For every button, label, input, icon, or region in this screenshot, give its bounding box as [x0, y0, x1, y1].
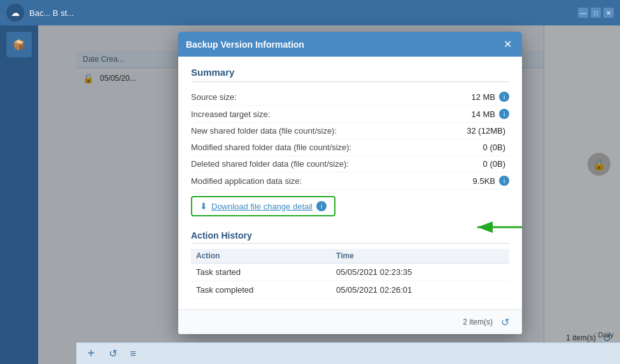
main-area: Date Crea... 🔒 05/05/20... 🔒 : Daily 1 i…: [38, 25, 620, 364]
sidebar: 📦: [0, 25, 38, 364]
app-window: ☁ Bac... B st... — □ ✕ 📦 Date Crea... 🔒 …: [0, 0, 620, 364]
info-row-modified-shared: Modified shared folder data (file count/…: [191, 139, 509, 156]
minimize-button[interactable]: —: [578, 8, 588, 18]
action-col-header: Action: [191, 249, 331, 263]
action-history-title: Action History: [191, 230, 509, 244]
download-info-icon[interactable]: i: [316, 201, 327, 211]
time-col-header: Time: [331, 249, 509, 263]
modal-titlebar: Backup Version Information ✕: [178, 32, 522, 57]
source-size-info-icon[interactable]: i: [499, 92, 509, 102]
bottom-icon-refresh[interactable]: ↺: [106, 347, 120, 361]
new-shared-value: 32 (12MB): [467, 126, 505, 136]
download-link[interactable]: Download file change detail: [211, 202, 313, 211]
app-titlebar: ☁ Bac... B st... — □ ✕: [0, 0, 620, 25]
target-size-value: 14 MB: [471, 109, 495, 119]
action-history-section: Action History Action Time Task start: [191, 230, 509, 299]
maximize-button[interactable]: □: [591, 8, 601, 18]
target-size-info-icon[interactable]: i: [499, 109, 509, 119]
source-size-label: Source size:: [191, 92, 471, 102]
info-row-source-size: Source size: 12 MB i: [191, 88, 509, 106]
app-logo: ☁: [6, 4, 24, 22]
app-content: 📦 Date Crea... 🔒 05/05/20... 🔒 : Daily 1…: [0, 25, 620, 364]
download-box[interactable]: ⬇ Download file change detail i: [191, 196, 335, 216]
download-icon: ⬇: [200, 201, 208, 211]
target-size-label: Increased target size:: [191, 109, 471, 119]
app-data-value: 9.5KB: [473, 176, 495, 186]
action-cell-1: Task started: [191, 263, 331, 281]
bottom-bar: + ↺ ≡: [76, 342, 620, 364]
deleted-shared-label: Deleted shared folder data (file count/s…: [191, 159, 483, 169]
add-button[interactable]: +: [83, 346, 99, 362]
modal-dialog: Backup Version Information ✕ Summary Sou…: [178, 32, 522, 334]
app-data-info-icon[interactable]: i: [499, 176, 509, 186]
sidebar-icon-backup[interactable]: 📦: [6, 32, 32, 57]
close-app-button[interactable]: ✕: [603, 8, 614, 18]
bottom-icon-menu[interactable]: ≡: [126, 347, 140, 361]
modified-shared-value: 0 (0B): [483, 143, 505, 152]
source-size-value: 12 MB: [471, 92, 495, 102]
summary-title: Summary: [191, 67, 509, 82]
modal-footer: 2 item(s) ↺: [178, 309, 522, 334]
app-title: Bac... B st...: [29, 8, 74, 18]
new-shared-label: New shared folder data (file count/size)…: [191, 126, 467, 136]
action-cell-2: Task completed: [191, 281, 331, 299]
window-controls: — □ ✕: [578, 8, 614, 18]
table-row: Task completed 05/05/2021 02:26:01: [191, 281, 509, 299]
modal-close-button[interactable]: ✕: [501, 37, 514, 52]
info-row-target-size: Increased target size: 14 MB i: [191, 106, 509, 123]
time-cell-1: 05/05/2021 02:23:35: [331, 263, 509, 281]
action-table: Action Time Task started 05/05/2021 02:2…: [191, 249, 509, 299]
modified-shared-label: Modified shared folder data (file count/…: [191, 143, 483, 152]
info-row-new-shared: New shared folder data (file count/size)…: [191, 123, 509, 139]
modal-body: Summary Source size: 12 MB i Increased t…: [178, 57, 522, 309]
app-data-label: Modified application data size:: [191, 176, 473, 186]
info-row-app-data: Modified application data size: 9.5KB i: [191, 172, 509, 190]
deleted-shared-value: 0 (0B): [483, 159, 505, 169]
modal-refresh-button[interactable]: ↺: [498, 315, 512, 329]
info-row-deleted-shared: Deleted shared folder data (file count/s…: [191, 156, 509, 172]
table-row: Task started 05/05/2021 02:23:35: [191, 263, 509, 281]
time-cell-2: 05/05/2021 02:26:01: [331, 281, 509, 299]
footer-item-count: 2 item(s): [463, 318, 493, 326]
modal-title: Backup Version Information: [186, 39, 304, 50]
